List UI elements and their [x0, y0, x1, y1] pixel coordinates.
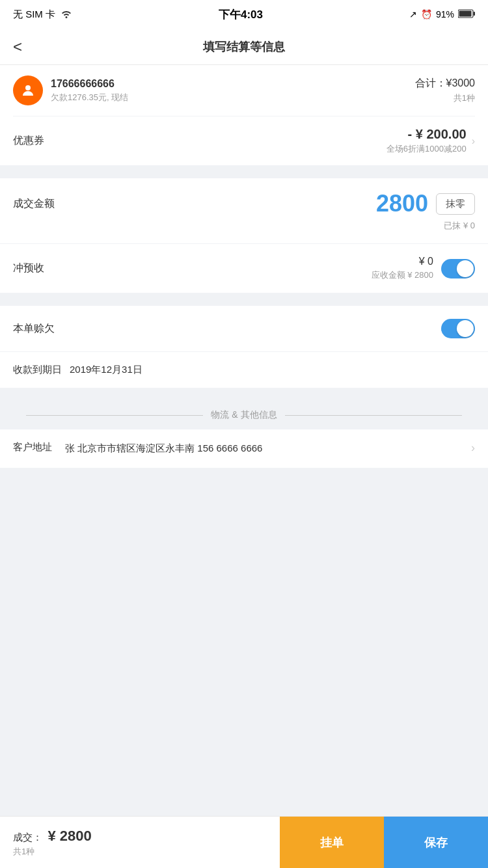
save-button[interactable]: 保存	[384, 817, 488, 868]
battery-icon	[458, 9, 475, 20]
deal-row-container: 成交金额 2800 抹零 已抹 ¥ 0	[0, 178, 488, 243]
total-count: 共1种	[415, 92, 476, 104]
gray-separator-2	[0, 299, 488, 306]
debt-label: 本单赊欠	[13, 322, 55, 336]
page-title: 填写结算等信息	[203, 39, 285, 55]
svg-rect-1	[473, 12, 475, 16]
pre-amount-block: ¥ 0 应收金额 ¥ 2800	[372, 256, 433, 281]
bottom-buttons: 挂单 保存	[280, 817, 488, 868]
due-date-value: 2019年12月31日	[70, 364, 142, 376]
user-left: 17666666666 欠款1276.35元, 现结	[13, 75, 128, 105]
gray-separator-3	[0, 394, 488, 401]
due-date-label: 收款到期日	[13, 364, 62, 376]
status-bar: 无 SIM 卡 下午4:03 ↗ ⏰ 91%	[0, 0, 488, 29]
pre-amount: ¥ 0	[372, 256, 433, 267]
total-amount: 合计：¥3000	[415, 77, 476, 90]
bottom-count: 共1种	[13, 846, 267, 858]
coupon-row[interactable]: 优惠券 - ¥ 200.00 全场6折满1000减200 ›	[0, 116, 488, 165]
pre-receive-label: 冲预收	[13, 262, 44, 275]
bottom-summary: 成交： ¥ 2800 共1种	[0, 828, 280, 858]
deal-amount: 2800	[376, 190, 428, 217]
no-sim-text: 无 SIM 卡	[13, 8, 55, 21]
deal-section: 成交金额 2800 抹零 已抹 ¥ 0 冲预收 ¥ 0 应收金额 ¥ 2800	[0, 178, 488, 293]
logistics-separator: 物流 & 其他信息	[0, 401, 488, 429]
pre-receive-row: 冲预收 ¥ 0 应收金额 ¥ 2800	[0, 243, 488, 293]
bottom-deal-line: 成交： ¥ 2800	[13, 828, 267, 845]
battery-text: 91%	[436, 9, 454, 20]
debt-row: 本单赊欠	[0, 306, 488, 351]
logistics-label: 物流 & 其他信息	[211, 409, 277, 421]
address-row[interactable]: 客户地址 张 北京市市辖区海淀区永丰南 156 6666 6666 ›	[0, 429, 488, 468]
coupon-right: - ¥ 200.00 全场6折满1000减200 ›	[386, 127, 475, 155]
bottom-deal-label: 成交：	[13, 832, 42, 843]
bottom-bar: 成交： ¥ 2800 共1种 挂单 保存	[0, 816, 488, 868]
coupon-label: 优惠券	[13, 134, 44, 148]
debt-toggle[interactable]	[441, 319, 475, 338]
debt-section: 本单赊欠 收款到期日 2019年12月31日	[0, 306, 488, 388]
bottom-deal-amount: ¥ 2800	[47, 828, 91, 844]
gray-separator	[0, 172, 488, 178]
pre-receive-right: ¥ 0 应收金额 ¥ 2800	[372, 256, 475, 281]
back-button[interactable]: <	[13, 38, 22, 56]
nav-bar: < 填写结算等信息	[0, 29, 488, 65]
pre-receive-toggle[interactable]	[441, 259, 475, 278]
coupon-info: - ¥ 200.00 全场6折满1000减200	[386, 127, 467, 155]
wifi-icon	[61, 9, 72, 20]
deal-right: 2800 抹零	[376, 190, 475, 217]
status-time: 下午4:03	[219, 7, 263, 22]
svg-point-3	[25, 85, 31, 90]
user-right: 合计：¥3000 共1种	[415, 77, 476, 104]
chevron-right-icon: ›	[472, 135, 475, 147]
due-date-row: 收款到期日 2019年12月31日	[0, 351, 488, 388]
pre-sub: 应收金额 ¥ 2800	[372, 269, 433, 281]
alarm-icon: ⏰	[421, 9, 432, 20]
address-label: 客户地址	[13, 441, 52, 454]
user-sub: 欠款1276.35元, 现结	[51, 92, 128, 103]
round-zero-button[interactable]: 抹零	[436, 193, 475, 215]
user-row: 17666666666 欠款1276.35元, 现结 合计：¥3000 共1种	[0, 65, 488, 116]
user-info-section: 17666666666 欠款1276.35元, 现结 合计：¥3000 共1种 …	[0, 65, 488, 165]
address-content: 张 北京市市辖区海淀区永丰南 156 6666 6666	[65, 441, 466, 456]
address-chevron-icon: ›	[471, 441, 475, 455]
content-area: 17666666666 欠款1276.35元, 现结 合计：¥3000 共1种 …	[0, 65, 488, 663]
location-icon: ↗	[409, 9, 417, 20]
sep-line-right	[285, 415, 462, 416]
sep-line-left	[26, 415, 203, 416]
deal-sub: 已抹 ¥ 0	[13, 220, 475, 232]
hang-button[interactable]: 挂单	[280, 817, 384, 868]
status-right: ↗ ⏰ 91%	[409, 9, 475, 20]
coupon-desc: 全场6折满1000减200	[386, 143, 467, 155]
svg-rect-2	[459, 10, 471, 16]
logistics-sep-line: 物流 & 其他信息	[0, 409, 488, 421]
bottom-spacer	[0, 468, 488, 598]
avatar	[13, 75, 43, 105]
user-phone: 17666666666	[51, 78, 128, 90]
coupon-amount: - ¥ 200.00	[386, 127, 467, 142]
user-info: 17666666666 欠款1276.35元, 现结	[51, 78, 128, 103]
status-left: 无 SIM 卡	[13, 8, 72, 21]
deal-row: 成交金额 2800 抹零	[13, 190, 475, 217]
deal-label: 成交金额	[13, 197, 55, 211]
